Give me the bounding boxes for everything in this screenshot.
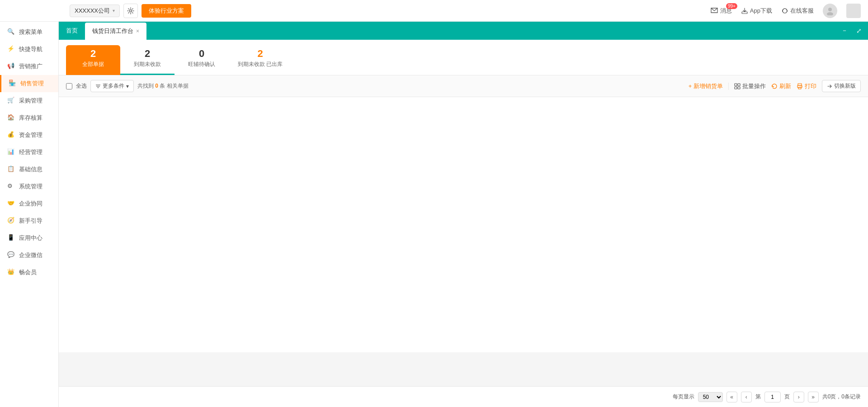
sidebar-item-system[interactable]: ⚙ 系统管理 xyxy=(0,178,58,195)
toolbar-divider xyxy=(728,83,729,90)
filter-button[interactable]: 更多条件 ▾ xyxy=(90,80,134,92)
sidebar-label-app-center: 应用中心 xyxy=(19,234,42,242)
sidebar-item-wechat[interactable]: 💬 企业微信 xyxy=(0,247,58,264)
found-text: 共找到 0 条 相关单据 xyxy=(137,82,189,90)
sidebar-item-search-menu[interactable]: 🔍 搜索菜单 xyxy=(0,23,58,41)
next-page-button[interactable]: › xyxy=(793,392,804,402)
sidebar-item-cooperation[interactable]: 🤝 企业协同 xyxy=(0,195,58,212)
print-label: 打印 xyxy=(805,82,816,90)
user-menu[interactable] xyxy=(846,4,861,18)
prev-page-button[interactable]: ‹ xyxy=(741,392,752,402)
batch-operation-button[interactable]: 批量操作 xyxy=(734,82,766,90)
svg-rect-14 xyxy=(798,84,802,85)
page-size-select[interactable]: 50 10 20 100 xyxy=(698,392,723,402)
online-service-item[interactable]: 在线客服 xyxy=(781,7,814,15)
tab-home-label: 首页 xyxy=(66,27,78,35)
sidebar-label-system: 系统管理 xyxy=(19,182,42,191)
sidebar-item-purchase[interactable]: 🛒 采购管理 xyxy=(0,92,58,109)
switch-label: 切换新版 xyxy=(834,82,856,90)
stat-tab-all[interactable]: 2 全部单据 xyxy=(66,45,120,75)
shop-icon: 🏪 xyxy=(9,80,17,88)
svg-point-0 xyxy=(130,9,132,12)
user-icon xyxy=(826,6,835,15)
tab-minimize-button[interactable]: － xyxy=(839,25,850,36)
tab-close-button[interactable]: × xyxy=(136,28,139,34)
gear-icon xyxy=(127,7,134,14)
pagination-bar: 每页显示 50 10 20 100 « ‹ 第 页 › » 共0页，0条记录 xyxy=(59,386,868,407)
stat-num-all: 2 xyxy=(75,49,111,59)
member-icon: 👑 xyxy=(7,268,15,276)
stat-label-overdue: 到期未收款 xyxy=(129,61,165,68)
stat-num-overdue: 2 xyxy=(129,49,165,59)
stat-tab-wangfu[interactable]: 0 旺辅待确认 xyxy=(175,45,229,75)
money-icon: 💰 xyxy=(7,131,15,139)
app-icon: 📱 xyxy=(7,234,15,242)
settings-button[interactable] xyxy=(123,4,138,18)
sidebar-item-operations[interactable]: 📊 经营管理 xyxy=(0,144,58,161)
sidebar-item-guide[interactable]: 🧭 新手引导 xyxy=(0,212,58,229)
stat-tab-overdue[interactable]: 2 到期未收款 xyxy=(120,45,175,75)
megaphone-icon: 📢 xyxy=(7,62,15,70)
svg-point-17 xyxy=(801,86,802,87)
batch-label: 批量操作 xyxy=(742,82,766,90)
warehouse-icon: 🏠 xyxy=(7,114,15,122)
content-area: 2 全部单据 2 到期未收款 0 旺辅待确认 2 到期未收款 已出库 全选 xyxy=(59,40,868,352)
print-button[interactable]: 打印 xyxy=(797,82,816,90)
header-right: 消息 99+ App下载 在线客服 xyxy=(710,4,861,18)
wechat-icon: 💬 xyxy=(7,251,15,259)
stat-num-wangfu: 0 xyxy=(184,49,220,59)
toolbar-right: + 新增销货单 批量操作 xyxy=(689,80,861,92)
guide-icon: 🧭 xyxy=(7,217,15,225)
sidebar-item-basic-info[interactable]: 📋 基础信息 xyxy=(0,161,58,178)
headset-icon xyxy=(781,7,788,14)
sidebar-item-finance[interactable]: 💰 资金管理 xyxy=(0,126,58,144)
select-all-checkbox[interactable] xyxy=(66,83,72,89)
company-selector[interactable]: XXXXXX公司 ▾ xyxy=(70,5,120,17)
page-label: 第 xyxy=(755,393,761,401)
svg-rect-3 xyxy=(782,10,783,12)
sidebar-item-app-center[interactable]: 📱 应用中心 xyxy=(0,229,58,247)
top-header: XXXXXX公司 ▾ 体验行业方案 消息 99+ App下载 xyxy=(0,0,868,22)
download-icon xyxy=(741,7,748,14)
sidebar-item-inventory[interactable]: 🏠 库存核算 xyxy=(0,109,58,126)
avatar[interactable] xyxy=(823,4,837,18)
first-page-button[interactable]: « xyxy=(726,392,737,402)
trial-button[interactable]: 体验行业方案 xyxy=(142,4,191,18)
info-icon: 📋 xyxy=(7,165,15,173)
stat-tab-shipped[interactable]: 2 到期未收款 已出库 xyxy=(229,45,292,75)
switch-icon xyxy=(827,84,832,89)
sidebar-label-quick-nav: 快捷导航 xyxy=(19,45,42,53)
cart-icon: 🛒 xyxy=(7,97,15,105)
sidebar-item-member[interactable]: 👑 畅会员 xyxy=(0,264,58,281)
tab-work-station[interactable]: 钱货日清工作台 × xyxy=(85,23,146,40)
add-sales-order-button[interactable]: + 新增销货单 xyxy=(689,82,723,90)
filter-chevron-icon: ▾ xyxy=(126,83,129,89)
tab-maximize-button[interactable]: ⤢ xyxy=(854,25,864,36)
tab-home[interactable]: 首页 xyxy=(59,22,85,40)
search-icon: 🔍 xyxy=(7,28,15,36)
company-name: XXXXXX公司 xyxy=(75,7,110,15)
refresh-icon xyxy=(771,83,778,89)
last-page-button[interactable]: » xyxy=(808,392,819,402)
page-number-input[interactable] xyxy=(764,392,781,402)
switch-new-version-button[interactable]: 切换新版 xyxy=(822,80,861,92)
refresh-button[interactable]: 刷新 xyxy=(771,82,791,90)
chart-icon: 📊 xyxy=(7,148,15,156)
page-unit-label: 页 xyxy=(784,393,790,401)
select-all-label: 全选 xyxy=(76,82,87,90)
print-icon xyxy=(797,83,803,89)
svg-rect-12 xyxy=(735,87,737,89)
filter-icon xyxy=(95,84,101,89)
batch-icon xyxy=(734,83,741,89)
system-icon: ⚙ xyxy=(7,182,15,191)
refresh-label: 刷新 xyxy=(779,82,791,90)
sidebar-item-quick-nav[interactable]: ⚡ 快捷导航 xyxy=(0,41,58,58)
message-item[interactable]: 消息 99+ xyxy=(710,7,732,15)
app-download-item[interactable]: App下载 xyxy=(741,7,772,15)
sidebar-item-sales[interactable]: 🏪 销售管理 xyxy=(0,75,58,92)
sidebar-label-cooperation: 企业协同 xyxy=(19,200,42,208)
sidebar-label-sales: 销售管理 xyxy=(20,80,44,88)
stat-label-wangfu: 旺辅待确认 xyxy=(184,61,220,68)
sidebar-item-marketing[interactable]: 📢 营销推广 xyxy=(0,58,58,75)
message-badge: 99+ xyxy=(726,3,737,9)
